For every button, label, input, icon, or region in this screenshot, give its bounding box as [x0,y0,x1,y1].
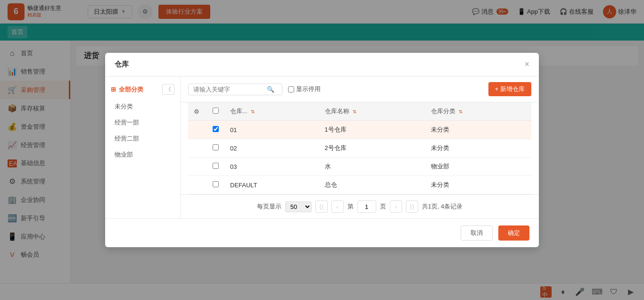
row-name: 总仓 [319,176,425,194]
category-all[interactable]: ⊞ 全部分类 [111,85,143,94]
row-checkbox-cell[interactable] [207,139,224,158]
category-label-property: 物业部 [115,151,133,158]
category-label-ops1: 经营一部 [115,119,139,126]
category-item-property[interactable]: 物业部 [105,147,180,163]
modal-footer: 取消 确定 [105,218,539,247]
cancel-button[interactable]: 取消 [461,225,493,241]
category-item-ops1[interactable]: 经营一部 [105,115,180,131]
row-select-checkbox[interactable] [213,163,219,169]
row-category: 物业部 [425,158,531,176]
pagination: 每页显示 50 20 100 ⟨⟨ ‹ 第 页 › ⟩⟩ 共1页, 4条记录 [181,194,539,218]
page-label-after: 页 [380,202,386,211]
row-category: 未分类 [425,139,531,158]
row-code: DEFAULT [224,176,319,194]
row-select-checkbox[interactable] [213,181,219,187]
per-page-label: 每页显示 [257,202,281,211]
category-label-ops2: 经营二部 [115,135,139,142]
row-name: 1号仓库 [319,121,425,139]
category-panel: ⊞ 全部分类 《 未分类 经营一部 经营二部 物业部 [105,76,181,218]
category-all-label: 全部分类 [119,85,143,94]
row-category: 未分类 [425,176,531,194]
table-row[interactable]: 011号仓库未分类 [188,121,531,139]
modal-overlay: 仓库 × ⊞ 全部分类 《 未分类 经营一部 [0,0,644,300]
col-category-sort-icon: ⇅ [459,109,462,114]
col-code: 仓库... ⇅ [224,102,319,121]
col-category: 仓库分类 ⇅ [425,102,531,121]
row-checkbox-cell[interactable] [207,176,224,194]
total-info: 共1页, 4条记录 [422,202,463,211]
row-checkbox-cell[interactable] [207,158,224,176]
category-item-unclassified[interactable]: 未分类 [105,99,180,115]
row-category: 未分类 [425,121,531,139]
collapse-button[interactable]: 《 [162,84,174,95]
show-disabled-text: 显示停用 [296,85,321,93]
col-category-label: 仓库分类 [431,108,455,115]
table-row[interactable]: 03水物业部 [188,158,531,176]
confirm-button[interactable]: 确定 [498,225,529,241]
search-icon: 🔍 [267,86,274,93]
category-label-unclassified: 未分类 [115,103,133,110]
show-disabled-label[interactable]: 显示停用 [288,85,321,93]
row-select-checkbox[interactable] [213,126,219,132]
row-select-checkbox[interactable] [213,144,219,150]
table-row[interactable]: 022号仓库未分类 [188,139,531,158]
last-page-button[interactable]: ⟩⟩ [406,200,418,213]
warehouse-table: ⚙ 仓库... ⇅ 仓库名称 ⇅ [188,102,531,194]
modal-body: ⊞ 全部分类 《 未分类 经营一部 经营二部 物业部 [105,76,539,218]
next-page-button[interactable]: › [390,200,402,213]
first-page-button[interactable]: ⟨⟨ [315,200,328,213]
page-label-before: 第 [347,202,354,211]
grid-icon: ⊞ [111,86,116,93]
modal-title: 仓库 [115,60,129,69]
show-disabled-checkbox[interactable] [288,86,294,92]
row-code: 01 [224,121,319,139]
warehouse-modal: 仓库 × ⊞ 全部分类 《 未分类 经营一部 [105,53,539,247]
col-code-sort-icon: ⇅ [251,109,255,114]
category-header: ⊞ 全部分类 《 [105,80,180,99]
col-name-sort-icon: ⇅ [353,109,356,114]
table-row[interactable]: DEFAULT总仓未分类 [188,176,531,194]
per-page-select[interactable]: 50 20 100 [285,201,312,212]
prev-page-button[interactable]: ‹ [331,200,344,213]
page-number-input[interactable] [357,200,376,213]
row-settings [188,121,207,139]
search-input[interactable] [193,86,264,93]
row-name: 水 [319,158,425,176]
col-checkbox [207,102,224,121]
row-name: 2号仓库 [319,139,425,158]
add-warehouse-button[interactable]: + 新增仓库 [488,82,531,96]
close-icon[interactable]: × [524,59,529,69]
modal-header: 仓库 × [105,53,539,76]
col-code-label: 仓库... [230,108,248,115]
col-name: 仓库名称 ⇅ [319,102,425,121]
row-checkbox-cell[interactable] [207,121,224,139]
table-area: ⚙ 仓库... ⇅ 仓库名称 ⇅ [181,102,539,194]
category-item-ops2[interactable]: 经营二部 [105,131,180,147]
select-all-checkbox[interactable] [213,108,219,114]
row-code: 02 [224,139,319,158]
row-settings [188,176,207,194]
toolbar: 🔍 显示停用 + 新增仓库 [181,76,539,102]
row-settings [188,139,207,158]
col-name-label: 仓库名称 [325,108,349,115]
row-code: 03 [224,158,319,176]
col-settings: ⚙ [188,102,207,121]
search-box: 🔍 [188,83,282,95]
table-header-row: ⚙ 仓库... ⇅ 仓库名称 ⇅ [188,102,531,121]
row-settings [188,158,207,176]
right-panel: 🔍 显示停用 + 新增仓库 ⚙ [181,76,539,218]
